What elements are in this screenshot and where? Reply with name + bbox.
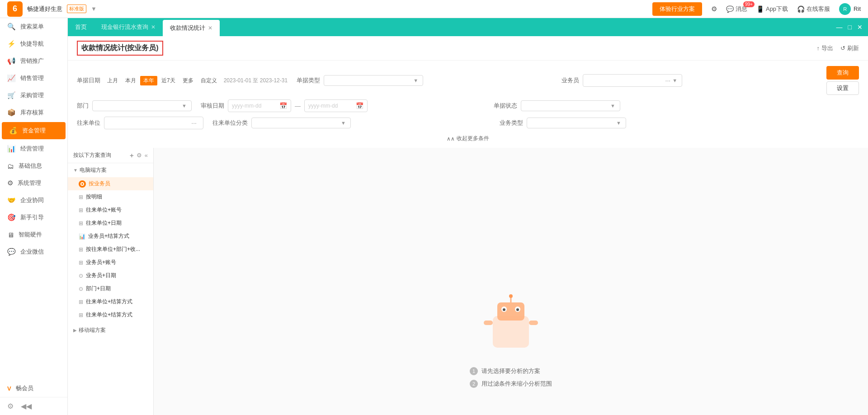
date-tab-more[interactable]: 更多 bbox=[179, 76, 197, 85]
tree-item-by-detail[interactable]: ⊞ 按明细 bbox=[68, 190, 153, 203]
partner-more-btn[interactable]: ··· bbox=[191, 119, 197, 127]
sidebar-item-search[interactable]: 🔍 搜索菜单 bbox=[0, 18, 67, 35]
dropdown-arrow[interactable]: ▼ bbox=[91, 5, 97, 12]
user-area[interactable]: R Rit bbox=[839, 3, 861, 15]
empty-step1-text: 请先选择要分析的方案 bbox=[481, 367, 540, 375]
date-tab-7days[interactable]: 近7天 bbox=[158, 76, 179, 85]
tree-item-label-partner-date: 往来单位+日期 bbox=[86, 219, 122, 227]
sidebar-label-quicknav: 快捷导航 bbox=[20, 40, 44, 48]
sidebar-item-capital[interactable]: 💰 资金管理 bbox=[2, 122, 66, 139]
date-tab-this-month[interactable]: 本月 bbox=[122, 76, 139, 85]
capital-icon: 💰 bbox=[9, 127, 18, 135]
tree-item-by-partner-dept[interactable]: ⊞ 按往来单位+部门+收... bbox=[68, 243, 153, 256]
tree-item-partner-settlement2[interactable]: ⊞ 往来单位+结算方式 bbox=[68, 308, 153, 321]
tab-receipt-stats-label: 收款情况统计 bbox=[170, 24, 205, 32]
vip-icon: V bbox=[7, 385, 11, 392]
left-panel-add-icon[interactable]: + bbox=[130, 151, 134, 159]
tree-section-desktop[interactable]: ▼ 电脑端方案 bbox=[68, 163, 153, 177]
tree-item-icon-salesman-settlement: 📊 bbox=[79, 233, 85, 240]
tab-receipt-stats-close[interactable]: ✕ bbox=[208, 25, 212, 31]
sidebar-bottom-settings-icon[interactable]: ⚙ bbox=[7, 402, 14, 410]
tab-receipt-stats[interactable]: 收款情况统计 ✕ bbox=[163, 20, 220, 36]
trial-button[interactable]: 体验行业方案 bbox=[652, 2, 702, 16]
tree-item-icon-salesman bbox=[79, 180, 86, 188]
tab-bank-flow[interactable]: 现金银行流水查询 ✕ bbox=[94, 18, 163, 36]
sidebar-item-hardware[interactable]: 🖥 智能硬件 bbox=[0, 226, 67, 243]
department-select[interactable]: ▼ bbox=[92, 100, 192, 111]
online-service-btn[interactable]: 🎧 在线客服 bbox=[797, 5, 830, 13]
sidebar-bottom-collapse-icon[interactable]: ◀◀ bbox=[21, 402, 32, 410]
refresh-button[interactable]: ↺ 刷新 bbox=[840, 44, 859, 52]
sidebar-item-guide[interactable]: 🎯 新手引导 bbox=[0, 209, 67, 226]
salesman-more-icon[interactable]: ··· bbox=[665, 77, 671, 84]
date-label: 单据日期 bbox=[77, 76, 100, 85]
date-tab-last-month[interactable]: 上月 bbox=[104, 76, 121, 85]
left-panel-collapse-icon[interactable]: « bbox=[145, 152, 148, 159]
collapse-btn[interactable]: ∧∧ 收起更多条件 bbox=[77, 131, 859, 146]
message-btn[interactable]: 💬 消息 99+ bbox=[726, 5, 747, 13]
tree-section-mobile[interactable]: ▶ 移动端方案 bbox=[68, 323, 153, 337]
bill-status-select[interactable]: ▼ bbox=[521, 100, 620, 111]
sidebar-item-quicknav[interactable]: ⚡ 快捷导航 bbox=[0, 35, 67, 52]
step2-num: 2 bbox=[470, 380, 478, 388]
sidebar-item-purchase[interactable]: 🛒 采购管理 bbox=[0, 87, 67, 104]
audit-date-start[interactable]: yyyy-mm-dd 📅 bbox=[228, 99, 291, 112]
hardware-icon: 🖥 bbox=[7, 231, 14, 239]
tree-item-salesman-settlement[interactable]: 📊 业务员+结算方式 bbox=[68, 230, 153, 243]
sidebar-item-system[interactable]: ⚙ 系统管理 bbox=[0, 174, 67, 192]
left-panel-settings-icon[interactable]: ⚙ bbox=[137, 152, 142, 159]
app-download-label: App下载 bbox=[766, 5, 788, 13]
audit-date-end[interactable]: yyyy-mm-dd 📅 bbox=[304, 99, 368, 112]
sidebar-item-vip[interactable]: V 畅会员 bbox=[0, 380, 67, 397]
export-icon: ↑ bbox=[817, 45, 820, 52]
bill-status-dropdown-icon: ▼ bbox=[610, 103, 615, 108]
tree-item-salesman-account[interactable]: ⊞ 业务员+账号 bbox=[68, 256, 153, 269]
left-panel-header: 按以下方案查询 bbox=[73, 151, 111, 159]
sidebar-item-base[interactable]: 🗂 基础信息 bbox=[0, 157, 67, 174]
tree-item-partner-date[interactable]: ⊞ 往来单位+日期 bbox=[68, 217, 153, 230]
tree-section-label-desktop: 电脑端方案 bbox=[80, 166, 107, 174]
tree-item-label-partner-account: 往来单位+账号 bbox=[86, 206, 122, 214]
tree-item-by-salesman[interactable]: 按业务员 bbox=[68, 177, 153, 190]
tab-bank-flow-label: 现金银行流水查询 bbox=[101, 23, 148, 31]
export-button[interactable]: ↑ 导出 bbox=[817, 44, 834, 52]
date-tab-custom[interactable]: 自定义 bbox=[198, 76, 220, 85]
window-maximize-icon[interactable]: □ bbox=[848, 24, 852, 31]
tab-bank-flow-close[interactable]: ✕ bbox=[151, 24, 156, 30]
warehouse-icon: 📦 bbox=[7, 108, 16, 117]
sidebar-item-corp[interactable]: 🤝 企业协同 bbox=[0, 192, 67, 209]
tree-item-salesman-date[interactable]: ⊙ 业务员+日期 bbox=[68, 269, 153, 282]
window-close-icon[interactable]: ✕ bbox=[857, 24, 863, 31]
date-tab-this-year[interactable]: 本年 bbox=[140, 76, 157, 85]
bill-type-select[interactable]: ▼ bbox=[324, 75, 423, 86]
sidebar-label-hardware: 智能硬件 bbox=[19, 231, 42, 239]
app-download-btn[interactable]: 📱 App下载 bbox=[756, 5, 788, 13]
tree-item-partner-account[interactable]: ⊞ 往来单位+账号 bbox=[68, 203, 153, 217]
sidebar-item-operation[interactable]: 📊 经营管理 bbox=[0, 140, 67, 157]
tree-section-arrow-desktop: ▼ bbox=[73, 168, 78, 173]
tree-item-label-salesman-settlement: 业务员+结算方式 bbox=[88, 232, 129, 240]
sidebar-item-sales[interactable]: 📈 销售管理 bbox=[0, 70, 67, 87]
settings-icon[interactable]: ⚙ bbox=[711, 5, 717, 13]
set-button[interactable]: 设置 bbox=[826, 81, 859, 95]
sidebar-item-warehouse[interactable]: 📦 库存核算 bbox=[0, 104, 67, 121]
date-separator: — bbox=[295, 103, 301, 109]
sidebar-item-wechat[interactable]: 💬 企业微信 bbox=[0, 243, 67, 260]
salesman-select[interactable]: ··· ▼ bbox=[583, 74, 682, 87]
window-minimize-icon[interactable]: — bbox=[836, 24, 843, 31]
sidebar-label-marketing: 营销推广 bbox=[20, 57, 44, 65]
tab-home[interactable]: 首页 bbox=[68, 18, 94, 36]
partner-category-select[interactable]: ▼ bbox=[251, 118, 351, 128]
search-icon: 🔍 bbox=[7, 23, 16, 31]
sidebar-item-marketing[interactable]: 📢 营销推广 bbox=[0, 52, 67, 70]
query-button[interactable]: 查询 bbox=[826, 66, 859, 80]
partner-select[interactable]: ··· bbox=[104, 117, 203, 129]
page-title: 收款情况统计(按业务员) bbox=[77, 41, 163, 56]
business-type-select[interactable]: ▼ bbox=[527, 118, 626, 128]
tree-item-dept-date[interactable]: ⊙ 部门+日期 bbox=[68, 282, 153, 295]
audit-date-end-input[interactable]: yyyy-mm-dd bbox=[308, 103, 353, 109]
tree-item-partner-settlement1[interactable]: ⊞ 往来单位+结算方式 bbox=[68, 295, 153, 308]
audit-date-start-input[interactable]: yyyy-mm-dd bbox=[232, 103, 277, 109]
business-type-label: 业务类型 bbox=[500, 119, 523, 127]
tree-item-label-detail: 按明细 bbox=[86, 193, 102, 201]
